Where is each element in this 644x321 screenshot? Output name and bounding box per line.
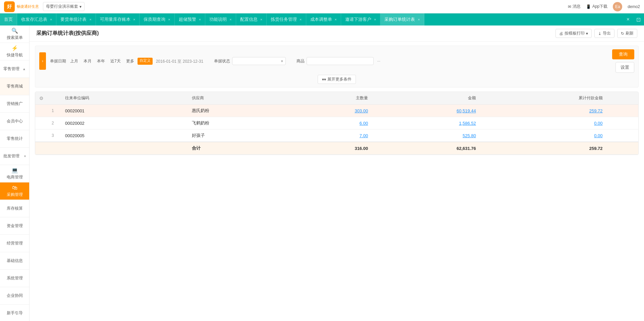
- tab-config[interactable]: 配置信息 ×: [236, 13, 267, 25]
- row2-qty-link[interactable]: 6.00: [360, 121, 368, 126]
- tab-home-label: 首页: [4, 16, 13, 22]
- nav-close-btn[interactable]: ×: [623, 16, 633, 22]
- filter-actions: 查询 设置: [612, 49, 634, 73]
- tab-invite-label: 邀请下游客户: [345, 16, 371, 22]
- date-filter-label: 单据日期: [50, 58, 66, 64]
- tab-picking-close[interactable]: ×: [300, 17, 302, 21]
- nav-maximize-btn[interactable]: ⊡: [633, 16, 644, 23]
- status-filter-group: 单据状态: [214, 57, 286, 65]
- tab-overstock-close[interactable]: ×: [199, 17, 201, 21]
- custom-date-tag[interactable]: 自定义: [138, 58, 153, 65]
- shortcut-more[interactable]: 更多: [124, 58, 136, 65]
- tab-receivables[interactable]: 收发存汇总表 ×: [17, 13, 56, 25]
- row2-paid: 0.00: [480, 117, 607, 129]
- tab-home[interactable]: 首页: [0, 13, 17, 25]
- ecommerce-icon: 💻: [11, 167, 18, 173]
- workspace-selector[interactable]: 母婴行业演示账套 ▾: [43, 2, 85, 11]
- row3-paid-link[interactable]: 0.00: [594, 133, 602, 138]
- goods-filter-input[interactable]: [307, 57, 374, 65]
- tab-purchase-stats-label: 采购订单统计表: [384, 16, 415, 22]
- avatar[interactable]: Ea: [613, 2, 622, 11]
- row1-paid: 259.72: [480, 105, 607, 117]
- sidebar-item-retail-stat[interactable]: 零售统计: [0, 130, 29, 148]
- tab-purchase-stats[interactable]: 采购订单统计表 ×: [380, 13, 424, 25]
- sidebar-item-corp[interactable]: 企业协同: [0, 287, 29, 305]
- query-btn[interactable]: 查询: [612, 49, 634, 59]
- tab-expiry-close[interactable]: ×: [168, 17, 170, 21]
- message-label: 消息: [573, 4, 581, 9]
- export-btn[interactable]: ⤓ 导出: [594, 29, 614, 38]
- sidebar-item-finance[interactable]: 资金管理: [0, 217, 29, 235]
- sidebar: 🔍 搜索菜单 ⚡ 快捷导航 零售管理 ▲ 零售商城 营销推广 会员中心 零售统计…: [0, 25, 30, 321]
- tab-picking-label: 拣货任务管理: [271, 16, 297, 22]
- tab-invite-close[interactable]: ×: [374, 17, 376, 21]
- row1-supplier: 惠氏奶粉: [188, 105, 288, 117]
- shortcut-last-month[interactable]: 上月: [68, 58, 80, 65]
- sidebar-item-operation[interactable]: 经营管理: [0, 235, 29, 252]
- sidebar-item-shortcut[interactable]: ⚡ 快捷导航: [0, 43, 29, 60]
- row1-qty-link[interactable]: 303.00: [355, 108, 368, 113]
- date-filter-group: 单据日期 上月 本月 本年 近7天 更多 自定义 2016-01-01 至 20…: [50, 58, 203, 65]
- tab-available-stock[interactable]: 可用量库存账本 ×: [96, 13, 140, 25]
- sidebar-item-wholesale[interactable]: 批发管理 ▾: [0, 148, 29, 165]
- tab-requisition-label: 要货单统计表: [60, 16, 87, 22]
- sidebar-item-purchase[interactable]: 🛍 采购管理: [0, 182, 29, 200]
- col-amount-header: 金额: [372, 92, 480, 105]
- tab-receivables-close[interactable]: ×: [50, 17, 52, 21]
- chevron-right-icon: ›: [42, 59, 43, 63]
- logo-area: 好 畅捷通好生意: [4, 1, 39, 12]
- print-arrow-icon: ▾: [586, 31, 588, 36]
- refresh-btn[interactable]: ↻ 刷新: [617, 29, 637, 38]
- tab-function[interactable]: 功能说明 ×: [205, 13, 236, 25]
- tab-function-close[interactable]: ×: [229, 17, 231, 21]
- tab-purchase-stats-close[interactable]: ×: [418, 17, 420, 21]
- tab-invite[interactable]: 邀请下游客户 ×: [341, 13, 380, 25]
- shortcut-7days[interactable]: 近7天: [108, 58, 123, 65]
- row1-amount: 60,519.44: [372, 105, 480, 117]
- row3-amount-link[interactable]: 525.80: [463, 133, 476, 138]
- row1-amount-link[interactable]: 60,519.44: [457, 108, 476, 113]
- sidebar-collapse-btn[interactable]: ›: [39, 52, 46, 70]
- sidebar-item-basic[interactable]: 基础信息: [0, 252, 29, 270]
- sidebar-item-member[interactable]: 会员中心: [0, 113, 29, 130]
- row2-paid-link[interactable]: 0.00: [594, 121, 602, 126]
- goods-more-icon[interactable]: ···: [377, 59, 380, 63]
- sidebar-shortcut-label: 快捷导航: [7, 52, 23, 58]
- print-icon: 🖨: [559, 31, 563, 36]
- row2-amount-link[interactable]: 1,586.52: [459, 121, 476, 126]
- download-icon: 📱: [586, 4, 591, 9]
- shortcut-this-year[interactable]: 本年: [95, 58, 107, 65]
- sidebar-item-search[interactable]: 🔍 搜索菜单: [0, 25, 29, 43]
- sidebar-item-system[interactable]: 系统管理: [0, 270, 29, 287]
- row3-qty-link[interactable]: 7.00: [360, 133, 368, 138]
- header-actions: 🖨 按模板打印 ▾ ⤓ 导出 ↻ 刷新: [555, 29, 637, 38]
- tab-overstock[interactable]: 超储预警 ×: [175, 13, 205, 25]
- tab-expiry[interactable]: 保质期查询 ×: [140, 13, 174, 25]
- tab-requisition-close[interactable]: ×: [89, 17, 91, 21]
- sidebar-wholesale-label: 批发管理: [3, 153, 19, 159]
- sidebar-item-retail[interactable]: 零售管理 ▲: [0, 60, 29, 78]
- expand-more-btn[interactable]: ▾▾ 展开更多条件: [318, 75, 356, 84]
- app-download-btn[interactable]: 📱 App下载: [586, 4, 607, 9]
- column-settings-icon[interactable]: ⚙: [39, 96, 44, 101]
- tab-cost-close[interactable]: ×: [335, 17, 337, 21]
- retail-arrow-icon: ▲: [22, 67, 26, 71]
- shortcut-this-month[interactable]: 本月: [82, 58, 94, 65]
- sidebar-item-retail-shop[interactable]: 零售商城: [0, 78, 29, 95]
- tab-available-stock-close[interactable]: ×: [133, 17, 135, 21]
- status-select[interactable]: [232, 57, 286, 65]
- print-template-btn[interactable]: 🖨 按模板打印 ▾: [555, 29, 592, 38]
- user-name[interactable]: demo2: [628, 4, 640, 9]
- sidebar-item-guide[interactable]: 新手引导: [0, 305, 29, 321]
- sidebar-item-marketing[interactable]: 营销推广: [0, 95, 29, 113]
- tab-picking[interactable]: 拣货任务管理 ×: [267, 13, 306, 25]
- message-btn[interactable]: ✉ 消息: [568, 4, 581, 9]
- row1-paid-link[interactable]: 259.72: [589, 108, 603, 113]
- settings-btn[interactable]: 设置: [615, 62, 634, 73]
- tab-cost[interactable]: 成本调整单 ×: [306, 13, 341, 25]
- table-body: 1 00020001 惠氏奶粉 303.00 60,519.44 259.72 …: [35, 105, 638, 142]
- sidebar-item-inventory[interactable]: 库存核算: [0, 200, 29, 217]
- sidebar-item-ecommerce[interactable]: 💻 电商管理: [0, 165, 29, 182]
- tab-config-close[interactable]: ×: [260, 17, 262, 21]
- tab-requisition[interactable]: 要货单统计表 ×: [56, 13, 96, 25]
